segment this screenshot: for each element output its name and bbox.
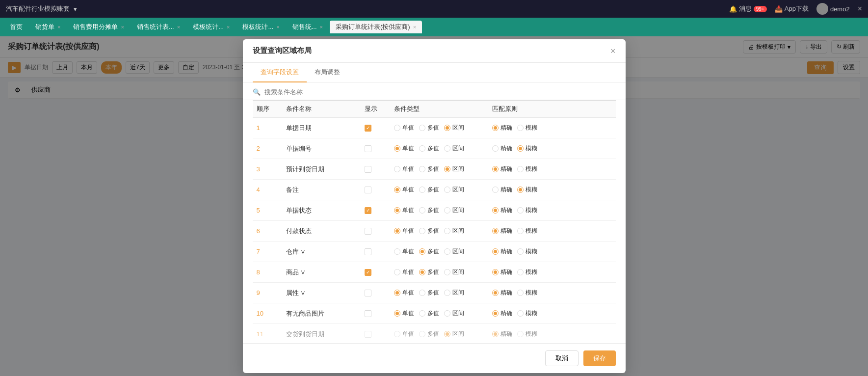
dialog-tab-query-fields[interactable]: 查询字段设置: [253, 63, 307, 82]
radio-fuzzy[interactable]: [517, 331, 524, 337]
row-6-type-multi[interactable]: 多值: [419, 227, 439, 235]
radio-exact[interactable]: [492, 228, 499, 234]
search-input[interactable]: [264, 88, 616, 96]
radio-range[interactable]: [444, 187, 450, 193]
row-2-show[interactable]: [361, 145, 390, 152]
cancel-button[interactable]: 取消: [545, 350, 579, 366]
row-1-show[interactable]: [361, 125, 390, 132]
radio-multi[interactable]: [419, 207, 425, 214]
row-4-type-multi[interactable]: 多值: [419, 186, 439, 194]
row-1-checkbox[interactable]: [365, 125, 371, 132]
radio-exact[interactable]: [492, 290, 499, 296]
tab-sales-stat[interactable]: 销售统计表... ×: [131, 21, 186, 33]
radio-exact[interactable]: [492, 166, 499, 172]
radio-single[interactable]: [394, 145, 400, 152]
row-2-type-multi[interactable]: 多值: [419, 144, 439, 153]
user-avatar[interactable]: demo2: [816, 3, 850, 15]
row-6-show[interactable]: [361, 228, 390, 235]
row-11-type-single[interactable]: 单值: [394, 330, 414, 338]
row-5-type-multi[interactable]: 多值: [419, 206, 439, 215]
radio-range[interactable]: [444, 125, 450, 131]
row-9-type-single[interactable]: 单值: [394, 289, 414, 297]
row-3-checkbox[interactable]: [365, 166, 371, 173]
row-8-type-range[interactable]: 区间: [444, 268, 464, 276]
radio-single[interactable]: [394, 187, 400, 193]
radio-multi[interactable]: [419, 269, 425, 275]
row-2-type-range[interactable]: 区间: [444, 144, 464, 153]
dropdown-icon[interactable]: ▾: [74, 5, 77, 13]
row-2-match-exact[interactable]: 精确: [492, 144, 512, 153]
radio-multi[interactable]: [419, 228, 425, 234]
radio-fuzzy[interactable]: [517, 290, 524, 296]
row-7-type-range[interactable]: 区间: [444, 247, 464, 256]
radio-multi[interactable]: [419, 248, 425, 255]
row-11-show[interactable]: [361, 331, 390, 338]
row-5-type-single[interactable]: 单值: [394, 206, 414, 215]
row-10-match-fuzzy[interactable]: 模糊: [517, 309, 537, 318]
notifications-btn[interactable]: 🔔 消息 99+: [729, 4, 767, 13]
radio-multi[interactable]: [419, 290, 425, 296]
row-4-show[interactable]: [361, 187, 390, 193]
row-10-type-multi[interactable]: 多值: [419, 309, 439, 318]
radio-single[interactable]: [394, 166, 400, 172]
row-3-type-single[interactable]: 单值: [394, 165, 414, 173]
row-1-type-multi[interactable]: 多值: [419, 124, 439, 132]
save-button[interactable]: 保存: [583, 350, 616, 366]
radio-range[interactable]: [444, 331, 450, 337]
radio-exact[interactable]: [492, 187, 499, 193]
dialog-close-btn[interactable]: ×: [610, 47, 616, 55]
row-2-type-single[interactable]: 单值: [394, 144, 414, 153]
tab-template2-close[interactable]: ×: [276, 24, 279, 30]
row-5-match-exact[interactable]: 精确: [492, 206, 512, 215]
radio-single[interactable]: [394, 310, 400, 317]
row-11-match-fuzzy[interactable]: 模糊: [517, 330, 537, 338]
row-10-match-exact[interactable]: 精确: [492, 309, 512, 318]
radio-exact[interactable]: [492, 269, 499, 275]
row-10-type-single[interactable]: 单值: [394, 309, 414, 318]
row-1-match-fuzzy[interactable]: 模糊: [517, 124, 537, 132]
radio-single[interactable]: [394, 331, 400, 337]
tab-purchase-stat-close[interactable]: ×: [413, 24, 416, 30]
row-3-type-multi[interactable]: 多值: [419, 165, 439, 173]
radio-single[interactable]: [394, 228, 400, 234]
radio-multi[interactable]: [419, 310, 425, 317]
row-1-type-single[interactable]: 单值: [394, 124, 414, 132]
radio-multi[interactable]: [419, 331, 425, 337]
radio-range[interactable]: [444, 290, 450, 296]
radio-single[interactable]: [394, 248, 400, 255]
row-6-type-single[interactable]: 单值: [394, 227, 414, 235]
radio-fuzzy[interactable]: [517, 187, 524, 193]
row-4-match-exact[interactable]: 精确: [492, 186, 512, 194]
tab-sales-stat2[interactable]: 销售统... ×: [287, 21, 329, 33]
radio-fuzzy[interactable]: [517, 145, 524, 152]
row-11-type-range[interactable]: 区间: [444, 330, 464, 338]
row-7-match-fuzzy[interactable]: 模糊: [517, 247, 537, 256]
radio-single[interactable]: [394, 125, 400, 131]
radio-exact[interactable]: [492, 207, 499, 214]
radio-multi[interactable]: [419, 125, 425, 131]
row-3-show[interactable]: [361, 166, 390, 173]
tab-sales[interactable]: 销货单 ×: [29, 21, 66, 33]
row-7-checkbox[interactable]: [365, 248, 371, 255]
row-5-match-fuzzy[interactable]: 模糊: [517, 206, 537, 215]
row-3-type-range[interactable]: 区间: [444, 165, 464, 173]
row-8-match-exact[interactable]: 精确: [492, 268, 512, 276]
radio-single[interactable]: [394, 207, 400, 214]
row-6-match-fuzzy[interactable]: 模糊: [517, 227, 537, 235]
row-7-type-multi[interactable]: 多值: [419, 247, 439, 256]
row-11-type-multi[interactable]: 多值: [419, 330, 439, 338]
radio-range[interactable]: [444, 310, 450, 317]
row-5-checkbox[interactable]: [365, 207, 371, 214]
row-2-checkbox[interactable]: [365, 145, 371, 152]
tab-template2[interactable]: 模板统计... ×: [237, 21, 285, 33]
row-7-match-exact[interactable]: 精确: [492, 247, 512, 256]
row-1-match-exact[interactable]: 精确: [492, 124, 512, 132]
radio-fuzzy[interactable]: [517, 248, 524, 255]
row-9-show[interactable]: [361, 290, 390, 296]
tab-template1-close[interactable]: ×: [227, 24, 230, 30]
radio-exact[interactable]: [492, 125, 499, 131]
row-4-checkbox[interactable]: [365, 187, 371, 193]
row-2-match-fuzzy[interactable]: 模糊: [517, 144, 537, 153]
tab-sales-stat-close[interactable]: ×: [177, 24, 180, 30]
row-7-type-single[interactable]: 单值: [394, 247, 414, 256]
